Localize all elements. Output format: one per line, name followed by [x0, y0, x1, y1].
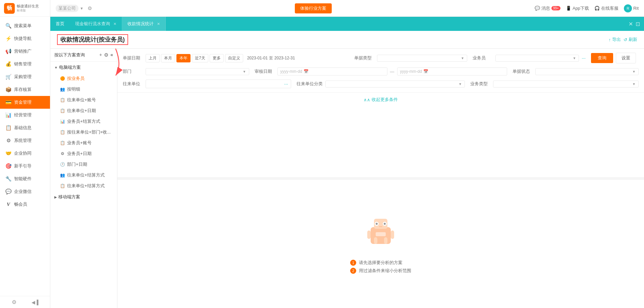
app-download-btn[interactable]: 📱 App下载	[566, 5, 589, 11]
calendar-from-icon[interactable]: 📅	[304, 69, 309, 74]
filter-voucher-type: 单据类型 ▼	[354, 55, 467, 62]
salesperson-select[interactable]: ▼	[495, 55, 579, 62]
scheme-item-partner-settlement2[interactable]: 📋 往来单位+结算方式	[50, 181, 117, 191]
scheme-item-label: 部门+日期	[67, 161, 87, 167]
query-btn[interactable]: 查询	[591, 53, 613, 63]
settings-btn[interactable]: 设置	[616, 53, 636, 63]
sidebar-item-wechat[interactable]: 💬 企业微信	[0, 185, 50, 198]
scheme-item-partner-settlement1[interactable]: 👥 往来单位+结算方式	[50, 170, 117, 181]
partner-category-select[interactable]: ▼	[325, 81, 465, 88]
tab-bank-flow[interactable]: 现金银行流水查询 ✕	[70, 17, 122, 31]
sidebar-item-label: 系统管理	[14, 138, 32, 144]
inventory-icon: 📦	[5, 87, 11, 93]
scheme-group-mobile-header[interactable]: ▶ 移动端方案	[50, 191, 117, 203]
collapse-sidebar-icon[interactable]: ◀▐	[32, 300, 39, 305]
tab-minimize-icon[interactable]: ✕	[629, 21, 633, 27]
partner-select[interactable]: ···	[146, 80, 291, 88]
sidebar-item-quick-nav[interactable]: ⚡ 快捷导航	[0, 32, 50, 45]
breadcrumb-dropdown[interactable]: ▼	[80, 6, 84, 10]
calendar-to-icon[interactable]: 📅	[423, 69, 428, 74]
filter-row-3: 往来单位 ··· 往来单位分类 ▼	[123, 80, 639, 88]
scheme-item-label: 往来单位+结算方式	[67, 172, 105, 178]
sidebar-item-sales[interactable]: 💰 销售管理	[0, 58, 50, 70]
sidebar-item-marketing[interactable]: 📢 营销推广	[0, 45, 50, 58]
collapse-conditions-btn[interactable]: ∧∧ 收起更多条件	[117, 92, 644, 107]
scheme-item-partner-account[interactable]: 📋 往来单位+账号	[50, 95, 117, 105]
refresh-btn[interactable]: ↺ 刷新	[624, 37, 637, 43]
sidebar-item-inventory[interactable]: 📦 库存核算	[0, 83, 50, 96]
svg-rect-8	[391, 230, 394, 239]
empty-illustration	[361, 212, 401, 252]
export-btn[interactable]: ↑ 导出	[609, 37, 621, 43]
main-area: 某某公司 ▼ ⚙ 体验行业方案 💬 消息 99+ 📱 App下载 🎧 在线客服	[50, 0, 644, 308]
scheme-group-desktop-header[interactable]: ▼ 电脑端方案	[50, 62, 117, 73]
breadcrumb: 某某公司 ▼ ⚙	[56, 5, 92, 12]
partner-more-dots[interactable]: ···	[284, 81, 288, 87]
tab-maximize-icon[interactable]: ⊡	[636, 21, 640, 27]
scheme-item-dept-date[interactable]: 🕐 部门+日期	[50, 159, 117, 170]
date-dash: —	[390, 69, 394, 74]
settings-bottom-icon[interactable]: ⚙	[12, 299, 16, 305]
tab-home[interactable]: 首页	[50, 17, 70, 31]
audit-date-to[interactable]: yyyy-mm-dd 📅	[397, 67, 507, 75]
sidebar-item-purchase[interactable]: 🛒 采购管理	[0, 70, 50, 83]
messages-btn[interactable]: 💬 消息 99+	[535, 5, 560, 11]
scheme-item-icon-sa: 📋	[60, 140, 65, 146]
sidebar-item-member[interactable]: V 畅会员	[0, 198, 50, 211]
sidebar-item-capital[interactable]: 💳 资金管理	[0, 96, 50, 109]
scheme-item-icon-ps1: 👥	[60, 172, 65, 178]
group-arrow-right: ▶	[54, 195, 57, 199]
sidebar-item-label: 企业微信	[14, 189, 32, 195]
audit-date-from[interactable]: yyyy-mm-dd 📅	[277, 67, 387, 75]
scheme-item-icon-detail: 👥	[60, 87, 65, 92]
scheme-item-by-detail[interactable]: 👥 按明细	[50, 84, 117, 95]
online-service-btn[interactable]: 🎧 在线客服	[594, 5, 619, 11]
svg-rect-9	[374, 237, 377, 244]
tab-close-bank[interactable]: ✕	[113, 22, 116, 26]
filter-salesperson: 业务员 ▼ ···	[473, 55, 586, 62]
preset-7days[interactable]: 近7天	[192, 54, 208, 62]
biz-type-select[interactable]: ▼	[493, 81, 639, 88]
preset-more[interactable]: 更多	[210, 54, 224, 62]
date-presets: 上月 本月 本年 近7天 更多 自定义 2023-01-01 至	[146, 54, 295, 62]
voucher-status-select[interactable]: ▼	[535, 68, 639, 75]
sidebar-item-basic-info[interactable]: 📋 基础信息	[0, 121, 50, 134]
basic-icon: 📋	[5, 125, 11, 131]
salesperson-label: 业务员	[473, 55, 493, 61]
preset-custom[interactable]: 自定义	[225, 54, 243, 62]
page-title: 收款情况统计(按业务员)	[57, 34, 128, 45]
tab-close-collection[interactable]: ✕	[157, 22, 160, 26]
sidebar-item-smart-hw[interactable]: 🔧 智能硬件	[0, 172, 50, 185]
preset-this-year[interactable]: 本年	[176, 54, 191, 62]
scheme-add-icon[interactable]: +	[99, 52, 102, 58]
sidebar-item-search-menu[interactable]: 🔍 搜索菜单	[0, 19, 50, 32]
preset-last-month[interactable]: 上月	[146, 54, 160, 62]
scheme-item-salesperson-account[interactable]: 📋 业务员+账号	[50, 138, 117, 148]
top-header: 某某公司 ▼ ⚙ 体验行业方案 💬 消息 99+ 📱 App下载 🎧 在线客服	[50, 0, 644, 17]
sidebar-item-system[interactable]: ⚙ 系统管理	[0, 134, 50, 147]
svg-point-4	[376, 223, 378, 225]
user-profile-btn[interactable]: R Rit	[624, 4, 639, 12]
scheme-item-salesperson-settlement[interactable]: 📊 业务员+结算方式	[50, 116, 117, 127]
partner-category-arrow: ▼	[459, 82, 462, 86]
trial-btn[interactable]: 体验行业方案	[295, 3, 332, 13]
svg-rect-10	[384, 237, 387, 244]
sidebar-item-business[interactable]: 📊 经营管理	[0, 109, 50, 121]
salesperson-more-dots[interactable]: ···	[582, 55, 586, 61]
scheme-item-partner-dept[interactable]: 📋 按往来单位+部门+收...	[50, 127, 117, 138]
right-panel: 单据日期 上月 本月 本年 近7天 更多 自定义 2023-01-01	[117, 49, 644, 308]
scheme-item-by-salesperson[interactable]: 🟠 按业务员	[50, 73, 117, 84]
sidebar-item-enterprise[interactable]: 🤝 企业协同	[0, 147, 50, 160]
scheme-settings-icon[interactable]: ⚙	[104, 52, 108, 58]
filter-date-item: 单据日期 上月 本月 本年 近7天 更多 自定义 2023-01-01	[123, 54, 349, 62]
scheme-collapse-icon[interactable]: «	[110, 52, 113, 58]
dept-select[interactable]: ▼	[146, 68, 249, 75]
sidebar-item-beginner[interactable]: 🎯 新手引导	[0, 160, 50, 172]
scheme-item-partner-date[interactable]: 📋 往来单位+日期	[50, 105, 117, 116]
scheme-item-salesperson-date[interactable]: ⚙ 业务员+日期	[50, 148, 117, 159]
preset-this-month[interactable]: 本月	[161, 54, 175, 62]
page-content: 收款情况统计(按业务员) ↑ 导出 ↺ 刷新 按以下方案查询 +	[50, 31, 644, 308]
tab-collection-stats[interactable]: 收款情况统计 ✕	[122, 17, 166, 31]
voucher-type-select[interactable]: ▼	[377, 55, 467, 62]
settings-header-icon[interactable]: ⚙	[88, 5, 92, 11]
